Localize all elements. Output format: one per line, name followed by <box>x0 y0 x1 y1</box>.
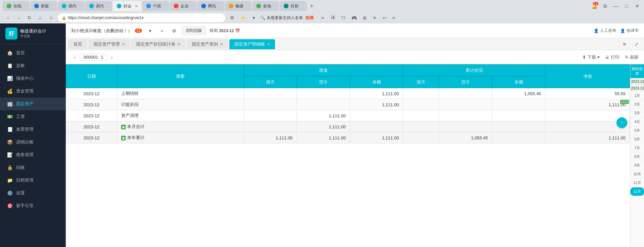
browser-tab-geshui[interactable]: 个税 <box>142 1 169 11</box>
browser-tab-yidai1[interactable]: 易代 <box>58 1 85 11</box>
period-month-10[interactable]: 10月 <box>630 170 644 179</box>
add-account-btn[interactable]: + <box>158 27 166 35</box>
tab-close-icon[interactable]: ✕ <box>267 42 270 47</box>
sidebar-item-payroll[interactable]: 💵 工资 <box>0 110 66 123</box>
period-month-8[interactable]: 8月 <box>630 152 644 161</box>
user-button[interactable]: 👤 徐译华 <box>620 28 639 34</box>
period-month-4[interactable]: 4月 <box>630 118 644 126</box>
next-record-button[interactable]: › <box>108 54 116 61</box>
col-summary-header: 摘要 <box>117 65 244 88</box>
sidebar-item-settings[interactable]: ⚙️ 设置 <box>0 187 66 199</box>
home-button[interactable]: ⌂ <box>36 14 44 22</box>
browser-tab-qiye[interactable]: 企业 <box>170 1 197 11</box>
account-dropdown[interactable]: ▾ <box>146 27 154 35</box>
prev-record-button[interactable]: ‹ <box>71 54 78 61</box>
sidebar-item-fixed-assets[interactable]: 🏢 固定资产 <box>0 98 66 110</box>
browser-tab-muqian[interactable]: 目前 <box>280 1 307 11</box>
browser-tab-changjie[interactable]: 畅捷 <box>225 1 252 11</box>
grid-icon[interactable]: ⊞ <box>361 15 369 21</box>
lightning-button[interactable]: ⚡ <box>239 14 247 22</box>
record-nav-input[interactable]: 000001 1 <box>80 54 107 61</box>
shield-icon[interactable]: 🛡 <box>339 15 347 21</box>
period-month-9[interactable]: 9月 <box>630 161 644 170</box>
forward-button[interactable]: › <box>15 14 23 22</box>
refresh-button[interactable]: ↻ 刷新 <box>625 54 639 60</box>
expand-panel-button[interactable]: ⤢ <box>632 40 641 49</box>
period-month-6[interactable]: 6月 <box>630 135 644 144</box>
notification-button[interactable]: 🔔 11 <box>590 2 598 10</box>
browser-tab-new[interactable]: 新版 <box>30 1 57 11</box>
cell-orig-balance <box>350 110 403 121</box>
brightness-icon[interactable]: ☀ <box>371 15 379 21</box>
browser-chrome: 在线 新版 易代 易代 好会 ✕ 个税 企业 腾讯 <box>0 0 644 23</box>
url-input[interactable]: 🔒 https://cloud.chanjet.com/accounting/u… <box>58 13 225 22</box>
browser-tab-gedi[interactable]: 各地 <box>252 1 279 11</box>
period-month-5[interactable]: 5月 <box>630 126 644 135</box>
period-month-1[interactable]: 1月 <box>630 91 644 100</box>
browser-maximize-button[interactable]: □ <box>623 2 631 10</box>
sidebar-item-general-ledger[interactable]: 📋 总账 <box>0 59 66 72</box>
scroll-top-button[interactable]: ↑ <box>616 117 627 128</box>
tab-fixed-assets-category[interactable]: 固定资产类别 ✕ <box>187 39 228 49</box>
period-month-2[interactable]: 2月 <box>630 100 644 109</box>
sidebar-item-archive[interactable]: 📁 归档管理 <box>0 174 66 187</box>
browser-tab-close[interactable]: ✕ <box>135 4 138 8</box>
tab-fixed-assets-dep-stats[interactable]: 固定资产折旧统计表 ✕ <box>131 39 185 49</box>
period-active-end[interactable]: 2023.12 <box>630 85 644 91</box>
calendar-icon[interactable]: 📅 <box>235 28 240 33</box>
new-tab-button[interactable]: + <box>307 3 316 10</box>
extensions-button[interactable]: ⚙ <box>228 14 236 22</box>
account-settings-btn[interactable]: ⚙ <box>170 27 178 35</box>
cell-dep-credit <box>439 99 492 110</box>
ledger-icon: 📋 <box>7 63 13 69</box>
sidebar-item-purchase-sales[interactable]: 📦 进销台账 <box>0 136 66 148</box>
browser-minimize-button[interactable]: — <box>612 2 620 10</box>
print-button[interactable]: 🖨 打印 <box>605 54 620 60</box>
switch-version-button[interactable]: 切到旧版 <box>182 26 206 35</box>
back-button[interactable]: ‹ <box>4 14 12 22</box>
tab-fixed-assets-ledger[interactable]: 固定资产明细账 ✕ <box>229 39 275 49</box>
col-accum-dep-header: 累计折旧 <box>403 65 545 76</box>
sidebar-item-tax[interactable]: 📝 税务管理 <box>0 148 66 161</box>
support-button[interactable]: 👤 人工咨询 <box>594 28 616 34</box>
search-area[interactable]: 🔍 央视更新主持人名单 热搜 <box>260 15 314 21</box>
sidebar-item-reports[interactable]: 📊 报表中心 <box>0 72 66 85</box>
year-badge: 2023 <box>620 100 629 104</box>
tab-fixed-assets-mgmt[interactable]: 固定资产管理 ✕ <box>89 39 130 49</box>
dropdown-button[interactable]: ▾ <box>250 14 258 22</box>
collapse-panel-button[interactable]: ✕ <box>620 40 629 49</box>
scissors-icon[interactable]: ✂ <box>319 15 327 21</box>
period-month-12[interactable]: 12月 <box>630 187 644 196</box>
period-active-start[interactable]: 2023.12 <box>630 78 644 85</box>
period-month-7[interactable]: 7月 <box>630 144 644 152</box>
undo-icon[interactable]: ↩ <box>381 15 388 21</box>
browser-tab-tengxun[interactable]: 腾讯 <box>197 1 224 11</box>
browser-close-button[interactable]: ✕ <box>633 2 641 10</box>
cell-summary: ▣本月合计 <box>117 121 244 132</box>
download-button[interactable]: ⬇ 下载 ▾ <box>582 54 600 60</box>
translate-icon[interactable]: 译 <box>329 14 337 21</box>
sidebar-item-home[interactable]: 🏠 首页 <box>0 47 66 59</box>
browser-restore-button[interactable]: ⧉ <box>601 2 609 10</box>
sidebar-item-closing[interactable]: 🔒 结账 <box>0 161 66 174</box>
period-month-11[interactable]: 11月 <box>630 179 644 187</box>
tab-close-icon[interactable]: ✕ <box>220 42 223 47</box>
period-info: 账期 2023-12 📅 <box>210 28 240 34</box>
period-month-3[interactable]: 3月 <box>630 109 644 118</box>
sidebar-item-fund[interactable]: 💰 资金管理 <box>0 85 66 98</box>
browser-toolbar: ✂ 译 🛡 🎮 ⊞ ☀ ↩ ≡ <box>319 14 397 21</box>
menu-icon[interactable]: ≡ <box>390 15 397 21</box>
tab-close-icon[interactable]: ✕ <box>122 42 125 47</box>
browser-tab-online[interactable]: 在线 <box>3 1 30 11</box>
game-icon[interactable]: 🎮 <box>350 15 359 21</box>
page-tab-bar: 首页 固定资产管理 ✕ 固定资产折旧统计表 ✕ 固定资产类别 ✕ 固定资产明细账… <box>66 38 644 50</box>
tab-close-icon[interactable]: ✕ <box>177 42 180 47</box>
reload-button[interactable]: ↻ <box>25 14 34 22</box>
cell-dep-credit: 1,055.45 <box>439 132 492 143</box>
sidebar-item-guide[interactable]: 🎯 新手引导 <box>0 199 66 212</box>
bookmark-button[interactable]: ☆ <box>47 14 55 22</box>
browser-tab-yidai2[interactable]: 易代 <box>85 1 112 11</box>
tab-home[interactable]: 首页 <box>68 39 87 49</box>
sidebar-item-invoice[interactable]: 🧾 发票管理 <box>0 123 66 136</box>
browser-tab-haohui[interactable]: 好会 ✕ <box>113 1 142 11</box>
